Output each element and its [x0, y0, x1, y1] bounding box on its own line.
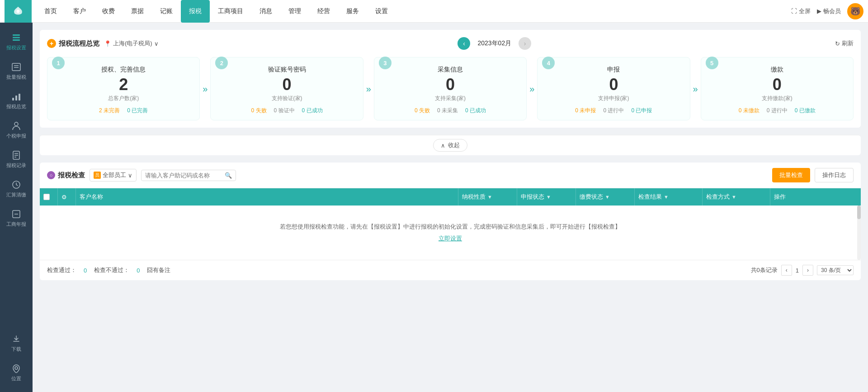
col-checkbox[interactable]	[40, 188, 58, 206]
next-page-btn[interactable]: ›	[802, 265, 813, 276]
check-title-text: 报税检查	[58, 171, 85, 180]
sidebar-item-download[interactable]: 下载	[0, 329, 33, 358]
employee-select[interactable]: 员 全部员工 ∨	[90, 169, 137, 182]
sidebar-label-tax-record: 报税记录	[6, 162, 26, 169]
refresh-btn[interactable]: ↻ 刷新	[835, 39, 854, 48]
step-big-1: 2	[119, 76, 128, 93]
next-month-btn[interactable]: ›	[519, 37, 531, 50]
col-result-label: 检查结果	[638, 193, 662, 201]
tax-settings-icon	[11, 33, 21, 43]
step-2-stat-fail[interactable]: 0 失败	[251, 107, 267, 115]
mascot-icon[interactable]: 🐻	[847, 3, 863, 19]
nav-message[interactable]: 消息	[251, 0, 280, 23]
operation-log-btn[interactable]: 操作日志	[815, 168, 854, 182]
prev-page-btn[interactable]: ‹	[781, 265, 792, 276]
fullscreen-btn[interactable]: ⛶ 全屏	[791, 7, 811, 15]
overview-title: + 报税流程总览	[47, 39, 99, 48]
step-2-stat-ok[interactable]: 0 已成功	[302, 107, 323, 115]
sidebar-item-tax-settings[interactable]: 报税设置	[0, 27, 33, 57]
filter-icon-method[interactable]: ▼	[731, 194, 736, 200]
sidebar-item-personal-tax[interactable]: 个税申报	[0, 115, 33, 145]
step-2-stat-mid[interactable]: 0 验证中	[274, 107, 295, 115]
step-sub-5: 支持缴款(家)	[762, 95, 793, 102]
col-tax-type: 纳税性质 ▼	[458, 188, 517, 206]
step-1-stat-ok[interactable]: 0 已完善	[127, 107, 148, 115]
check-actions: 批量检查 操作日志	[772, 168, 854, 182]
check-title: ○ 报税检查	[47, 171, 85, 180]
step-4-stat-ok[interactable]: 0 已申报	[631, 107, 652, 115]
nav-bookkeeping[interactable]: 记账	[152, 0, 181, 23]
step-4-stat-mid[interactable]: 0 进行中	[603, 107, 624, 115]
nav-invoice[interactable]: 票据	[123, 0, 152, 23]
employee-select-label: 全部员工	[103, 171, 126, 179]
employee-icon: 员	[94, 172, 101, 179]
nav-items: 首页 客户 收费 票据 记账 报税 工商项目 消息 管理 经营 服务 设置	[36, 0, 791, 23]
search-box[interactable]: 🔍	[141, 170, 236, 181]
sidebar-item-batch-tax[interactable]: 批量报税	[0, 57, 33, 86]
scrollbar-thumb[interactable]	[857, 206, 861, 219]
sidebar-item-tax-record[interactable]: 报税记录	[0, 145, 33, 174]
step-3-stat-fail[interactable]: 0 失败	[415, 107, 430, 115]
col-declare-status: 申报状态 ▼	[517, 188, 576, 206]
nav-operation[interactable]: 经营	[309, 0, 338, 23]
step-4-stat-fail[interactable]: 0 未申报	[575, 107, 596, 115]
scrollbar-track	[857, 206, 861, 260]
per-page-select[interactable]: 30 条/页50 条/页100 条/页	[817, 265, 854, 275]
filter-icon-result[interactable]: ▼	[664, 194, 669, 200]
prev-month-btn[interactable]: ‹	[458, 37, 470, 50]
col-action: 操作	[770, 188, 861, 206]
col-settings[interactable]: ⚙	[58, 188, 76, 206]
sidebar-item-tax-overview[interactable]: 报税总览	[0, 86, 33, 115]
step-5-stat-ok[interactable]: 0 已缴款	[795, 107, 816, 115]
step-stats-5: 0 未缴款 0 进行中 0 已缴款	[739, 107, 816, 115]
step-stats-2: 0 失败 0 验证中 0 已成功	[251, 107, 323, 115]
app-logo[interactable]	[5, 0, 32, 23]
nav-manage[interactable]: 管理	[280, 0, 309, 23]
sidebar-item-location[interactable]: 位置	[0, 358, 33, 387]
step-big-4: 0	[609, 76, 618, 93]
check-failed-value[interactable]: 0	[137, 267, 140, 274]
nav-tax[interactable]: 报税	[181, 0, 210, 23]
step-1-fail-label: 未完善	[104, 107, 120, 114]
top-nav-right: ⛶ 全屏 ▶ 畅会员 🐻	[791, 3, 863, 19]
batch-check-btn[interactable]: 批量检查	[772, 168, 810, 182]
step-1-ok-val: 0	[127, 107, 130, 114]
step-title-3: 采集信息	[438, 66, 463, 74]
search-input[interactable]	[145, 172, 222, 179]
nav-fee[interactable]: 收费	[94, 0, 123, 23]
step-stats-1: 2 未完善 0 已完善	[99, 107, 148, 115]
empty-message: 若您想使用报税检查功能，请先在【报税设置】中进行报税的初始化设置，完成密码验证和…	[280, 221, 621, 233]
filter-icon-pay[interactable]: ▼	[605, 194, 610, 200]
setup-link[interactable]: 立即设置	[439, 233, 462, 244]
step-5-stat-mid[interactable]: 0 进行中	[767, 107, 788, 115]
nav-business[interactable]: 工商项目	[210, 0, 251, 23]
nav-home[interactable]: 首页	[36, 0, 65, 23]
step-1-stat-fail[interactable]: 2 未完善	[99, 107, 120, 115]
sidebar-item-annual-report[interactable]: 工商年报	[0, 204, 33, 233]
header-checkbox[interactable]	[43, 194, 50, 200]
svg-rect-5	[12, 63, 20, 71]
collapse-btn[interactable]: ∧ 收起	[433, 139, 467, 152]
overview-title-icon: +	[47, 39, 56, 48]
filter-icon-tax[interactable]: ▼	[487, 194, 492, 200]
nav-customer[interactable]: 客户	[65, 0, 94, 23]
step-3-stat-ok[interactable]: 0 已成功	[465, 107, 486, 115]
step-3-stat-mid[interactable]: 0 未采集	[437, 107, 458, 115]
tax-record-icon	[11, 150, 21, 160]
svg-rect-10	[19, 94, 20, 100]
sidebar-item-annual-settlement[interactable]: 汇算清缴	[0, 174, 33, 204]
check-title-icon: ○	[47, 171, 55, 179]
check-passed-value[interactable]: 0	[84, 267, 87, 274]
vip-btn[interactable]: ▶ 畅会员	[817, 7, 841, 15]
overview-location-text: 上海(电子税局)	[113, 39, 152, 48]
nav-service[interactable]: 服务	[338, 0, 367, 23]
filter-icon-declare[interactable]: ▼	[546, 194, 551, 200]
search-icon: 🔍	[225, 172, 232, 179]
step-5-stat-fail[interactable]: 0 未缴款	[739, 107, 760, 115]
step-big-3: 0	[446, 76, 455, 93]
table-footer: 检查通过： 0 检查不通过： 0 囧有备注 共0条记录 ‹ 1 › 30 条/页…	[40, 260, 861, 280]
overview-location[interactable]: 📍 上海(电子税局) ∨	[104, 39, 159, 48]
content-area: + 报税流程总览 📍 上海(电子税局) ∨ ‹ 2023年02月 › ↻ 刷新	[33, 23, 868, 392]
step-stats-4: 0 未申报 0 进行中 0 已申报	[575, 107, 652, 115]
nav-settings[interactable]: 设置	[367, 0, 396, 23]
